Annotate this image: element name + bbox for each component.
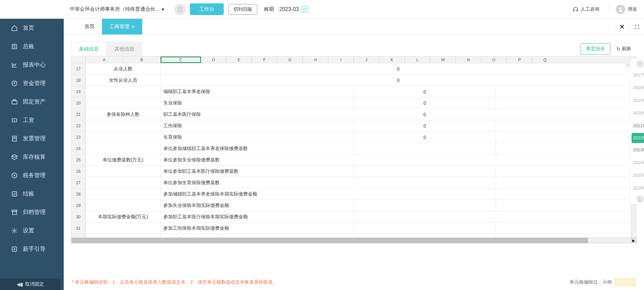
refresh-button[interactable]: ↻ 刷新 (616, 46, 631, 52)
cell[interactable] (354, 166, 496, 177)
cell[interactable] (86, 97, 161, 108)
cell[interactable]: 参加生育保险本期实际缴费金额 (161, 234, 354, 237)
row-header[interactable]: 23 (71, 132, 86, 143)
year-option[interactable]: 2023年 (630, 144, 644, 156)
cell[interactable]: 城镇职工基本养老保险 (161, 86, 354, 97)
cell[interactable] (354, 189, 496, 200)
col-header[interactable]: E (226, 57, 252, 63)
unpin-button[interactable]: ◀▮ 取消固定 (0, 279, 60, 290)
cell[interactable] (86, 189, 161, 200)
cell[interactable]: 工伤保险 (161, 120, 354, 131)
sidebar-item-close-acc[interactable]: 结账 (0, 185, 64, 203)
row-header[interactable]: 26 (71, 166, 86, 177)
col-header[interactable]: F (252, 57, 277, 63)
cell[interactable]: 职工基本医疗保险 (161, 109, 354, 120)
sidebar-item-ledger[interactable]: 总账 (0, 37, 64, 56)
cell[interactable]: 参保各险种人数 (86, 109, 161, 120)
cell[interactable]: 0 (354, 86, 496, 97)
year-option[interactable]: 2019年 (630, 94, 644, 107)
year-option[interactable]: 2018年 (630, 81, 644, 94)
col-header[interactable]: L (405, 57, 430, 63)
close-all-tabs-button[interactable]: ✕ (614, 19, 629, 34)
cell[interactable] (86, 166, 161, 177)
subtab-basic[interactable]: 基础信息 (71, 42, 107, 56)
consult-button[interactable]: 人工咨询 (573, 6, 599, 12)
sidebar-item-chart[interactable]: 报表中心 (0, 56, 64, 74)
row-header[interactable]: 30 (71, 211, 86, 222)
org-selector[interactable]: 中审众环会计师事务所（特殊普通合伙... ▾ (64, 6, 170, 12)
calendar-icon[interactable] (302, 6, 308, 13)
row-header[interactable]: 21 (71, 109, 86, 120)
cell[interactable] (86, 234, 161, 237)
cell[interactable]: 0 (161, 63, 636, 74)
close-icon[interactable]: ✕ (131, 24, 135, 29)
col-header[interactable]: D (201, 57, 226, 63)
sheet-body[interactable]: 17从业人数0 18女性从业人员0 19城镇职工基本养老保险0 20失业保险0 … (71, 63, 636, 237)
year-option[interactable]: 2022年 (632, 133, 644, 143)
cell[interactable]: 参加工伤保险本期实际缴费金额 (161, 223, 354, 234)
col-header[interactable]: O (481, 57, 507, 63)
sidebar-item-guide[interactable]: 新手引导 (0, 240, 64, 258)
col-header[interactable]: G (277, 57, 303, 63)
cell[interactable]: 单位参加职工基本医疗保险缴费基数 (161, 166, 354, 177)
col-header[interactable]: N (456, 57, 481, 63)
tab-business-mgmt[interactable]: 工商管理 ✕ (102, 19, 142, 34)
col-header[interactable]: B (123, 57, 161, 63)
workbench-button[interactable]: 工作台 (190, 3, 224, 15)
row-header[interactable]: 25 (71, 154, 86, 165)
year-option[interactable]: 2020年 (630, 107, 644, 120)
cell[interactable]: 0 (354, 132, 496, 143)
row-header[interactable]: 31 (71, 223, 86, 234)
cell[interactable]: 本期实际缴费金额(万元) (86, 211, 161, 222)
year-next-button[interactable]: ⌄ (630, 195, 644, 204)
cell[interactable]: 0 (161, 75, 636, 86)
sidebar-item-invoice[interactable]: 发票管理 (0, 129, 64, 148)
col-header-selected[interactable]: C (161, 57, 201, 63)
cell[interactable] (354, 177, 496, 188)
sidebar-item-home[interactable]: 首页 (0, 19, 64, 37)
cell[interactable]: 参加城镇职工基本养老保险本期实际缴费金额 (161, 189, 354, 200)
tab-home[interactable]: 首页 (77, 19, 102, 34)
collapse-year-panel-icon[interactable]: » (625, 61, 631, 67)
cell[interactable] (354, 211, 496, 222)
cell[interactable] (354, 234, 496, 237)
select-all-corner[interactable] (71, 57, 86, 63)
cell[interactable]: 0 (354, 109, 496, 120)
horizontal-scrollbar[interactable]: ▶ (71, 237, 636, 243)
cell[interactable]: 参加失业保险本期实际缴费金额 (161, 200, 354, 211)
col-header[interactable]: A (86, 57, 123, 63)
col-header[interactable]: M (430, 57, 456, 63)
year-option[interactable]: 2024年 (630, 156, 644, 169)
row-header[interactable]: 28 (71, 189, 86, 200)
cell[interactable] (86, 177, 161, 188)
spreadsheet[interactable]: A B C D E F G H I J K L M N O P Q 17从业人数… (71, 56, 637, 243)
cell[interactable]: 女性从业人员 (86, 75, 161, 86)
cell[interactable]: 0 (354, 97, 496, 108)
cell[interactable]: 单位缴费基数(万元) (86, 154, 161, 165)
cell[interactable]: 单位参加生育保险缴费基数 (161, 177, 354, 188)
year-option[interactable]: 2017年 (630, 69, 644, 81)
cell[interactable] (354, 200, 496, 211)
sidebar-item-money[interactable]: ¥资金管理 (0, 74, 64, 92)
row-header[interactable]: 27 (71, 177, 86, 188)
row-header[interactable]: 19 (71, 86, 86, 97)
cell[interactable] (86, 86, 161, 97)
row-header[interactable]: 29 (71, 200, 86, 211)
row-header[interactable]: 20 (71, 97, 86, 108)
col-header[interactable]: K (379, 57, 405, 63)
cell[interactable] (86, 120, 161, 131)
scroll-right-icon[interactable]: ▶ (631, 238, 636, 243)
row-header[interactable]: 24 (71, 143, 86, 154)
cell[interactable]: 失业保险 (161, 97, 354, 108)
row-header[interactable]: 17 (71, 63, 86, 74)
cell[interactable]: 单位参加失业保险缴费基数 (161, 154, 354, 165)
cell[interactable] (354, 223, 496, 234)
cell[interactable] (86, 223, 161, 234)
row-header[interactable]: 32 (71, 234, 86, 237)
sidebar-item-stock[interactable]: 库存核算 (0, 148, 64, 166)
row-header[interactable]: 22 (71, 120, 86, 131)
sidebar-item-salary[interactable]: 工资 (0, 111, 64, 129)
cell[interactable] (86, 143, 161, 154)
col-header[interactable]: J (354, 57, 379, 63)
fullscreen-button[interactable] (629, 19, 644, 34)
